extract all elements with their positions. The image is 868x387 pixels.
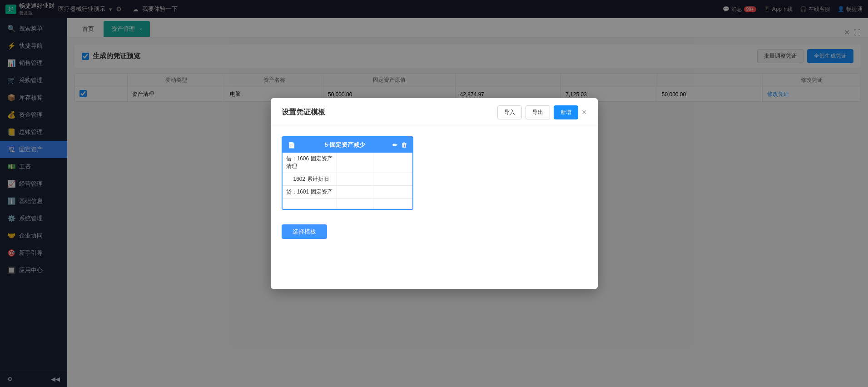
template-row-2: 贷：1601 固定资产: [283, 186, 412, 198]
template-card-header: 📄 5-固定资产减少 ✏ 🗑: [283, 137, 412, 153]
select-template-btn[interactable]: 选择模板: [282, 224, 327, 239]
template-name: 5-固定资产减少: [325, 141, 366, 149]
modal-body: 📄 5-固定资产减少 ✏ 🗑 借：1606 固定资产清理 1602 累计折旧: [271, 125, 598, 250]
row3-debit: [337, 198, 373, 208]
template-row-0: 借：1606 固定资产清理: [283, 153, 412, 173]
template-edit-icon[interactable]: ✏: [392, 142, 397, 149]
new-template-btn[interactable]: 新增: [554, 105, 578, 119]
template-row-1: 1602 累计折旧: [283, 173, 412, 186]
row1-credit: [373, 173, 410, 185]
row1-debit: [337, 173, 373, 185]
template-actions: ✏ 🗑: [392, 142, 407, 149]
row2-subject: 贷：1601 固定资产: [283, 186, 337, 198]
modal-toolbar: 导入 导出 新增: [497, 105, 578, 119]
voucher-template-modal: 设置凭证模板 导入 导出 新增 × 📄 5-固定资产减少 ✏ 🗑: [271, 98, 598, 289]
template-card-body: 借：1606 固定资产清理 1602 累计折旧 贷：1601 固定资产: [283, 153, 412, 209]
modal-close-btn[interactable]: ×: [582, 108, 587, 117]
row2-debit: [337, 186, 373, 198]
template-doc-icon: 📄: [288, 142, 295, 149]
import-btn[interactable]: 导入: [497, 105, 522, 119]
template-row-3: [283, 198, 412, 209]
modal-overlay[interactable]: 设置凭证模板 导入 导出 新增 × 📄 5-固定资产减少 ✏ 🗑: [0, 0, 868, 387]
template-delete-icon[interactable]: 🗑: [401, 142, 407, 149]
row0-credit: [373, 153, 410, 173]
row3-credit: [373, 198, 410, 208]
modal-title: 设置凭证模板: [282, 108, 325, 117]
modal-header: 设置凭证模板 导入 导出 新增 ×: [271, 98, 598, 125]
export-btn[interactable]: 导出: [526, 105, 550, 119]
row0-debit: [337, 153, 373, 173]
row3-subject: [283, 198, 337, 208]
row0-subject: 借：1606 固定资产清理: [283, 153, 337, 173]
row1-subject: 1602 累计折旧: [283, 173, 337, 185]
row2-credit: [373, 186, 410, 198]
template-card: 📄 5-固定资产减少 ✏ 🗑 借：1606 固定资产清理 1602 累计折旧: [282, 136, 413, 210]
